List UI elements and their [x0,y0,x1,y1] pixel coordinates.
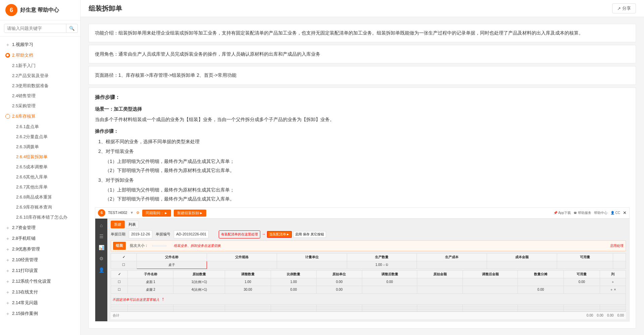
ctr7-i [463,310,518,312]
circle-filled-icon [5,53,10,58]
sidebar-item-faq[interactable]: ＋ 2.14常见问题 [0,297,80,308]
type-label: 组装 [113,242,126,250]
ctr1-adj-qty: 1.00 [225,278,271,286]
th-available: 可用量 [557,253,613,261]
sidebar-item-settings[interactable]: ＋ 2.12系统个性化设置 [0,276,80,287]
sidebar-item-ops[interactable]: ＋ 2.10经营管理 [0,255,80,265]
sidebar-item-inventory-label: 2.6库存核算 [12,113,36,119]
sidebar-item-transfer[interactable]: 2.6.3调拨单 [0,142,80,152]
search-input[interactable] [4,24,66,33]
screenshot-container: 6 TEST-H002 ▼ ⚙ 同期期间：► 新建组装拆卸► 📌 App下载 ☎… [95,207,630,322]
step1: 1、根据不同的业务，选择不同单据的类型来处理 [95,137,630,146]
th-cost-amount: 成本金额 [487,253,557,261]
plus-icon-finance: ＋ [5,225,10,230]
td-available [557,261,613,269]
sidebar-item-inbound[interactable]: 2.6.6其他入库单 [0,172,80,182]
sidebar-header: 6 好生意 帮助中心 [0,0,80,20]
screenshot-new-btn[interactable]: 新建组装拆卸► [174,210,206,217]
circle-open-icon [5,114,10,119]
screenshot-period-btn[interactable]: 同期期间：► [142,210,171,217]
sidebar-item-stocktake[interactable]: 2.6.1盘点单 [0,122,80,132]
screenshot-type-row: 组装 批次大小： 组装业务、拆卸业务在这里切换 启用处理 [111,240,626,251]
sidebar-item-install[interactable]: 2.2产品安装及登录 [0,71,80,81]
search-button[interactable]: 🔍 [66,24,78,33]
cth-adj-after-qty: 调整后数量 [362,270,417,278]
annotation1: 有装配清单的在这里处理 → 选装配清单► 启用 保存 其它按钮 [219,230,326,238]
logo-text: 好生意 帮助中心 [20,7,59,14]
plus-icon-ops: ＋ [5,258,10,262]
sidebar-item-docs[interactable]: 2.帮助文档 [0,50,80,61]
sidebar-item-video[interactable]: ＋ 1.视频学习 [0,39,80,50]
cth-orig-amount: 原始金额 [417,270,463,278]
nav-chart-icon: 📊 [99,243,104,252]
ctr2-orig-amt [417,286,463,293]
path-section: 页面路径：1、库存核算->库存管理->组装拆卸单 2、首页->常用功能 [89,66,636,85]
share-button[interactable]: ↗ 分享 [612,3,636,13]
sidebar-item-inventory[interactable]: 2.6库存核算 [0,111,80,122]
screenshot-tab-list[interactable]: 列表 [125,221,139,228]
screenshot-tabs: 新建 列表 [111,221,626,228]
main-body: 功能介绍：组装拆卸单用来处理企业组装或拆卸等加工业务，支持有固定装配清单的产品加… [80,17,644,335]
th-actions [613,253,626,261]
sidebar-item-cost[interactable]: 2.6.5成本调整单 [0,162,80,172]
child-table: ✓ 子件名称 原始数量 调整数量 比例数量 原始单位 调整后数量 原始金额 [111,270,626,312]
sidebar-item-assembly[interactable]: 2.6.4组装拆卸单 [0,152,80,162]
sidebar-item-cases-label: 2.15操作案例 [12,311,38,317]
sidebar-item-ops-label: 2.10经营管理 [12,257,38,263]
sidebar-item-cases[interactable]: ＋ 2.15操作案例 [0,308,80,319]
step2-sub1: （1）上部明细为父件明细，最终作为产成品生成其它入库单； [95,157,630,166]
screenshot-btn-extra[interactable]: 启用 保存 其它按钮 [293,231,326,238]
th-check: ✓ [111,253,137,261]
main-header: 组装拆卸单 ↗ 分享 [80,0,644,17]
sidebar-item-coupon-label: 2.9优惠券管理 [12,246,40,252]
sidebar-item-data[interactable]: 2.3使用前数据准备 [0,81,80,91]
step3-sub1: （1）上部明细为父件明细，最终作为原材料生成其它出库单； [95,186,630,194]
sidebar-item-outbound[interactable]: 2.6.7其他出库单 [0,182,80,192]
search-box: 🔍 [0,20,80,37]
plus-icon-faq: ＋ [5,300,10,305]
annotation1-btn[interactable]: 选装配清单► [267,231,292,238]
ctr1-adj-amt [463,278,518,286]
sidebar-item-ledger[interactable]: 2.6.9库存账本查询 [0,202,80,212]
plus-icon: ＋ [5,42,10,47]
ctr1-adj-after: 0.00 [362,278,417,286]
sidebar-item-print[interactable]: ＋ 2.11打印设置 [0,265,80,276]
td-cost-amount [487,261,557,269]
step2: 2、对于组装业务 [95,147,630,156]
sidebar-item-finance[interactable]: ＋ 2.7资金管理 [0,222,80,233]
sidebar-item-partition[interactable]: 2.6.2分量盘点单 [0,132,80,142]
logo-icon: 6 [5,4,17,16]
date-value: 2019-12-26 [129,230,152,238]
ctr1-col: ＋ [600,278,626,286]
ctr1-orig-qty: 1(比例:+1) [173,278,225,286]
scene1-heading: 场景一：加工类型选择 [95,105,630,113]
screenshot-main: ⌂ ☰ 📊 ⚙ 👤 新建 列表 [95,219,629,322]
th-unit: 计量单位 [277,253,347,261]
ctr7-l [600,310,626,312]
sidebar-item-sales[interactable]: 2.4销售管理 [0,91,80,101]
qty-label: 批次大小： [130,242,148,249]
sidebar-item-purchase[interactable]: 2.5采购管理 [0,101,80,111]
qty-input [152,245,166,246]
screenshot-tab-new[interactable]: 新建 [111,221,125,228]
cth-qty-alloc: 数量分摊 [518,270,564,278]
sidebar-item-coupon[interactable]: ＋ 2.9优惠券管理 [0,244,80,255]
td-unit [277,261,347,269]
sidebar-item-mobile[interactable]: ＋ 2.8手机旺铺 [0,233,80,244]
annotation3-arrow: ↑ [162,296,164,302]
bottom-values: 0.00 0.00 0.00 0.00 [587,313,624,319]
sidebar-item-online[interactable]: ＋ 2.13在线支付 [0,287,80,297]
ctr2-adj-qty: 30.00 [225,286,271,293]
td-check: ☐ [111,261,137,269]
sidebar-item-recalc[interactable]: 2.6.8商品成本重算 [0,192,80,202]
annotation2-detail: 启用处理 [610,243,624,249]
nav-user-icon: 👤 [99,266,104,274]
num-label: 单据编号 [156,231,170,238]
ops-section: 操作步骤： 场景一：加工类型选择 当由多个子件材料组装成一个成品的业务为【组装】… [89,88,636,329]
ctr1-orig-unit: 0.00 [316,278,362,286]
screenshot-close-icon: ✕ [623,209,627,217]
share-icon: ↗ [617,6,621,11]
cth-orig-qty: 原始数量 [173,270,225,278]
sidebar-item-newbie[interactable]: 2.1新手入门 [0,61,80,71]
sidebar-item-error[interactable]: 2.6.10库存账本错了怎么办 [0,212,80,222]
